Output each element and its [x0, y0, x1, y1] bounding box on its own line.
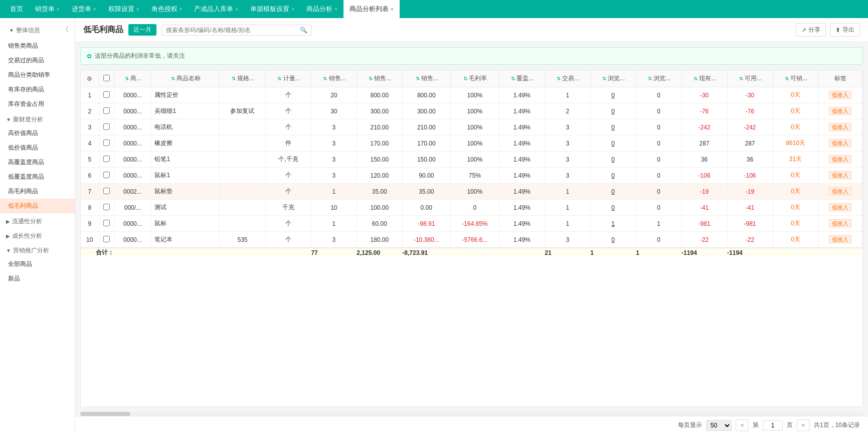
sidebar-item-high-margin[interactable]: 高毛利商品	[0, 184, 75, 199]
col-sales-qty[interactable]: ⇅ 销售...	[311, 70, 357, 87]
sidebar-group-flow[interactable]: ▶ 流通性分析	[0, 213, 75, 228]
close-icon[interactable]: ×	[334, 7, 337, 12]
sidebar-item-category-rate[interactable]: 商品分类助销率	[0, 68, 75, 82]
col-gross-rate[interactable]: ⇅ 毛利率	[450, 70, 499, 87]
close-icon[interactable]: ×	[180, 7, 183, 12]
sidebar-item-high-value[interactable]: 高价值商品	[0, 126, 75, 140]
col-sales-amount[interactable]: ⇅ 销售...	[402, 70, 450, 87]
col-settings[interactable]: ⚙	[81, 70, 99, 87]
col-code[interactable]: ⇅ 商...	[114, 70, 151, 87]
row-sellable: 0天	[773, 184, 818, 200]
sidebar-item-all-goods[interactable]: 全部商品	[0, 257, 75, 271]
close-icon[interactable]: ×	[57, 7, 60, 12]
page-number-input[interactable]	[763, 420, 783, 430]
row-gross-rate: -164.85%	[450, 216, 499, 232]
row-cover-rate: 1.49%	[499, 232, 545, 248]
settings-icon[interactable]: ⚙	[87, 75, 92, 82]
sidebar-group-juicai[interactable]: ▼ 聚财度分析	[0, 111, 75, 126]
close-icon[interactable]: ×	[235, 7, 238, 12]
row-checkbox[interactable]	[99, 184, 114, 200]
row-view1[interactable]: 0	[590, 232, 636, 248]
row-checkbox[interactable]	[99, 119, 114, 135]
content-header: 低毛利商品 近一月 🔍 ↗ 分享 ⬆ 导出	[75, 18, 868, 42]
row-view1[interactable]: 1	[590, 216, 636, 232]
col-sellable[interactable]: ⇅ 可销...	[773, 70, 818, 87]
row-checkbox[interactable]	[99, 232, 114, 248]
nav-product-analysis[interactable]: 商品分析 ×	[300, 0, 343, 18]
row-view1[interactable]: 0	[590, 87, 636, 103]
horizontal-scrollbar[interactable]	[80, 412, 863, 416]
row-view1[interactable]: 0	[590, 184, 636, 200]
col-checkbox[interactable]	[99, 70, 114, 87]
row-view1[interactable]: 0	[590, 119, 636, 135]
row-checkbox[interactable]	[99, 168, 114, 184]
nav-permissions[interactable]: 权限设置 ×	[102, 0, 145, 18]
col-view2[interactable]: ⇅ 浏览...	[636, 70, 681, 87]
nav-product-analysis-list[interactable]: 商品分析列表 ×	[343, 0, 400, 18]
sidebar-group-overall[interactable]: ▼ 整体信息	[3, 22, 59, 37]
row-view1[interactable]: 0	[590, 103, 636, 119]
col-spec[interactable]: ⇅ 规格...	[220, 70, 266, 87]
row-view1[interactable]: 0	[590, 168, 636, 184]
nav-product-entry[interactable]: 产成品入库单 ×	[188, 0, 244, 18]
row-tag: 低收入	[818, 103, 862, 119]
close-icon[interactable]: ×	[291, 7, 294, 12]
sidebar-collapse-btn[interactable]: 《	[59, 25, 72, 34]
col-unit[interactable]: ⇅ 计量...	[265, 70, 311, 87]
sidebar-item-sales-goods[interactable]: 销售类商品	[0, 39, 75, 53]
row-sales-price: 800.00	[357, 87, 402, 103]
col-cover-rate[interactable]: ⇅ 覆盖...	[499, 70, 545, 87]
row-checkbox[interactable]	[99, 103, 114, 119]
row-view1[interactable]: 0	[590, 152, 636, 168]
row-cover-rate: 1.49%	[499, 216, 545, 232]
col-available[interactable]: ⇅ 可用...	[727, 70, 773, 87]
nav-template-settings[interactable]: 单据模板设置 ×	[244, 0, 300, 18]
total-available: -1194	[727, 248, 773, 257]
sidebar-group-growth[interactable]: ▶ 成长性分析	[0, 228, 75, 242]
col-sales-price[interactable]: ⇅ 销售...	[357, 70, 402, 87]
sidebar: ▼ 整体信息 《 销售类商品 交易过的商品 商品分类助销率 有库存的商品 库存资…	[0, 18, 75, 434]
row-view1[interactable]: 0	[590, 135, 636, 152]
row-spec	[220, 184, 266, 200]
nav-roles[interactable]: 角色授权 ×	[145, 0, 189, 18]
select-all-checkbox[interactable]	[103, 75, 110, 81]
total-sales-price: 2,125.00	[357, 248, 402, 257]
export-button[interactable]: ⬆ 导出	[830, 23, 860, 37]
prev-page-button[interactable]: ＜	[736, 419, 749, 431]
next-page-button[interactable]: ＞	[797, 419, 810, 431]
share-button[interactable]: ↗ 分享	[796, 23, 826, 37]
close-icon[interactable]: ×	[136, 7, 139, 12]
nav-sales-order[interactable]: 销货单 ×	[29, 0, 66, 18]
close-icon[interactable]: ×	[391, 7, 394, 12]
col-tag[interactable]: 标签	[818, 70, 862, 87]
row-spec	[220, 135, 266, 152]
sidebar-item-stocked-goods[interactable]: 有库存的商品	[0, 82, 75, 97]
scrollbar-thumb[interactable]	[80, 412, 130, 416]
date-filter-button[interactable]: 近一月	[128, 24, 156, 36]
sidebar-item-low-margin[interactable]: 低毛利商品	[0, 199, 75, 213]
nav-home[interactable]: 首页	[4, 0, 29, 18]
row-view1[interactable]: 0	[590, 200, 636, 216]
sidebar-item-inventory-funds[interactable]: 库存资金占用	[0, 97, 75, 111]
sidebar-item-high-coverage[interactable]: 高覆盖度商品	[0, 155, 75, 170]
nav-purchase-order[interactable]: 进货单 ×	[66, 0, 102, 18]
sidebar-item-traded-goods[interactable]: 交易过的商品	[0, 53, 75, 68]
page-title: 低毛利商品	[83, 25, 123, 35]
sidebar-item-low-value[interactable]: 低价值商品	[0, 140, 75, 155]
close-icon[interactable]: ×	[93, 7, 96, 12]
row-checkbox[interactable]	[99, 135, 114, 152]
row-checkbox[interactable]	[99, 200, 114, 216]
col-current[interactable]: ⇅ 现有...	[681, 70, 727, 87]
search-input[interactable]	[166, 27, 300, 34]
per-page-select[interactable]: 50 100	[706, 420, 732, 431]
col-name[interactable]: ⇅ 商品名称	[151, 70, 220, 87]
sidebar-item-new-goods[interactable]: 新品	[0, 271, 75, 286]
row-checkbox[interactable]	[99, 152, 114, 168]
sidebar-item-low-coverage[interactable]: 低覆盖度商品	[0, 170, 75, 184]
search-icon[interactable]: 🔍	[300, 27, 307, 34]
row-checkbox[interactable]	[99, 216, 114, 232]
col-view1[interactable]: ⇅ 浏览...	[590, 70, 636, 87]
row-checkbox[interactable]	[99, 87, 114, 103]
sidebar-group-marketing[interactable]: ▼ 营销推广分析	[0, 242, 75, 257]
col-trade[interactable]: ⇅ 交易...	[545, 70, 590, 87]
